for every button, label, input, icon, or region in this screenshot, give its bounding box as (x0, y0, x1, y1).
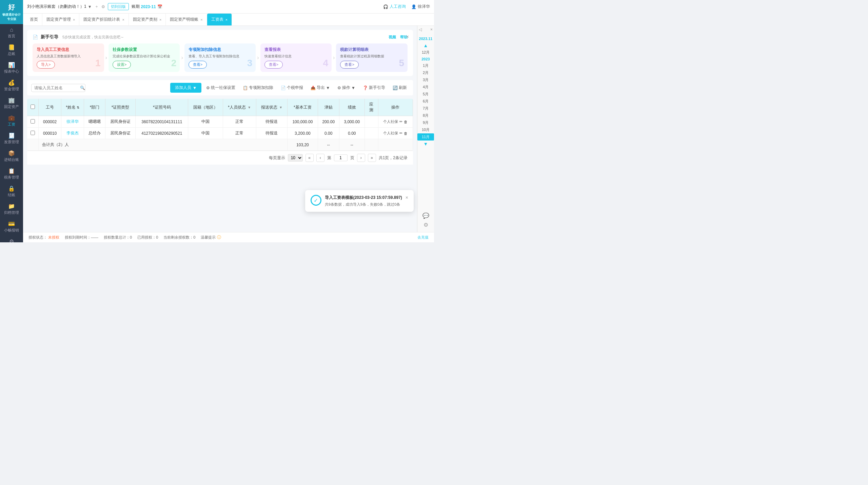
sidebar-item-invoices[interactable]: 🧾发票管理 (0, 130, 23, 147)
add-account-icon[interactable]: ＋ (95, 4, 99, 10)
op-social-insurance-2[interactable]: 个人社保 (383, 131, 398, 136)
account-name: 刘小艳演示账套（勿删勿动！）1 (27, 4, 86, 10)
op-delete-2[interactable]: 🗑 (404, 131, 408, 135)
sidebar-item-tax[interactable]: 📋税务管理 (0, 165, 23, 183)
page-number-input[interactable] (334, 154, 348, 161)
row-checkbox-2[interactable] (31, 131, 35, 135)
feedback-icon[interactable]: 💬 (422, 212, 429, 219)
op-edit-1[interactable]: ✏ (399, 119, 402, 124)
wizard-step-5-btn[interactable]: 查看> (340, 61, 358, 69)
sidebar-item-archive[interactable]: 📁归档管理 (0, 200, 23, 218)
op-edit-2[interactable]: ✏ (399, 131, 402, 135)
scroll-up-button[interactable]: ▲ (423, 42, 429, 49)
wizard-step-2-num: 2 (171, 58, 177, 69)
tab-fixed-assets[interactable]: 固定资产管理 × (42, 14, 79, 25)
month-item-1[interactable]: 1月 (417, 62, 434, 69)
wizard-step-3-btn[interactable]: 查看> (189, 61, 207, 69)
settings-icon[interactable]: ⚙ (101, 4, 105, 9)
sidebar-item-fixed-assets[interactable]: 🏢固定资产 (0, 94, 23, 112)
td-checkbox-1[interactable] (27, 116, 39, 128)
submit-filter-icon[interactable]: ▼ (279, 106, 282, 109)
month-item-7[interactable]: 7月 (417, 105, 434, 112)
close-tab-asset-detail[interactable]: × (200, 18, 202, 22)
wizard-step-4-btn[interactable]: 查看> (264, 61, 283, 69)
wizard-subtitle: 5步快速完成设置，快去完善信息吧～ (62, 35, 124, 40)
wizard-step-1-btn[interactable]: 导入> (37, 61, 55, 69)
account-selector[interactable]: 刘小艳演示账套（勿删勿动！）1 ▼ (27, 4, 92, 10)
remaining-auth-label: 当前剩余授权数：0 (163, 235, 195, 240)
social-insurance-button[interactable]: ⚙ 统一社保设置 (204, 83, 237, 92)
month-item-5[interactable]: 5月 (417, 91, 434, 98)
month-item-4[interactable]: 4月 (417, 83, 434, 91)
tab-asset-detail[interactable]: 固定资产明细账 × (166, 14, 207, 25)
last-page-button[interactable]: » (368, 154, 376, 162)
td-name-2[interactable]: 李俊杰 (61, 128, 84, 139)
op-social-insurance-1[interactable]: 个人社保 (383, 119, 398, 124)
wizard-video-link[interactable]: 视频 (389, 35, 396, 40)
sidebar-item-expense[interactable]: 💳小畅报销 (0, 218, 23, 236)
sidebar-item-ledger[interactable]: 📒总账 (0, 41, 23, 59)
export-button[interactable]: 📤 导出 ▼ (309, 83, 332, 92)
month-item-11[interactable]: 11月 (417, 133, 434, 141)
toast-close-button[interactable]: × (406, 195, 408, 200)
period-selector[interactable]: 账期 2023-11 📅 (132, 4, 162, 10)
th-name[interactable]: *姓名 ⇅ (61, 99, 84, 116)
op-delete-1[interactable]: 🗑 (404, 120, 408, 124)
next-page-button[interactable]: › (357, 154, 365, 162)
panel-expand-button[interactable]: ◁ (419, 27, 422, 32)
td-checkbox-2[interactable] (27, 128, 39, 139)
tab-payroll[interactable]: 工资表 × (207, 14, 232, 25)
td-name-1[interactable]: 徐泽华 (61, 116, 84, 128)
month-item-12[interactable]: 12月 (417, 49, 434, 56)
search-input[interactable] (31, 84, 85, 92)
switch-old-version-button[interactable]: 切到旧版 (108, 3, 129, 10)
add-employee-button[interactable]: 添加人员 ▼ (170, 83, 201, 93)
settings-panel-icon[interactable]: ⚙ (423, 222, 428, 228)
period-label: 账期 (132, 4, 140, 10)
ai-consult-button[interactable]: 🎧 人工咨询 (383, 4, 406, 10)
toolbar: 🔍 添加人员 ▼ ⚙ 统一社保设置 📋 专项附加扣除 📄 (27, 80, 413, 95)
td-id-type-1: 居民身份证 (105, 116, 136, 128)
year-item-2023[interactable]: 2023 (417, 56, 434, 62)
wizard-help-icon: ❓ (363, 86, 368, 90)
special-deduction-button[interactable]: 📋 专项附加扣除 (241, 83, 275, 92)
close-tab-depreciation[interactable]: × (122, 18, 124, 22)
wizard-step-2-btn[interactable]: 设置> (113, 61, 131, 69)
sidebar-item-payroll[interactable]: 💼工资 (0, 112, 23, 130)
recharge-link[interactable]: 去充值 (417, 235, 429, 240)
per-page-select[interactable]: 10 20 50 (288, 154, 303, 162)
toast-notification: ✓ 导入工资表模板(2023-03-23 15:07:59.897) 共9条数据… (305, 190, 414, 212)
tax-declaration-button[interactable]: 📄 个税申报 (279, 83, 305, 92)
sidebar-item-home[interactable]: ⌂首页 (0, 24, 23, 41)
total-auth-label: 授权数量总计：0 (104, 235, 132, 240)
wizard-help-button[interactable]: ❓ 新手引导 (361, 83, 387, 92)
status-filter-icon[interactable]: ▼ (248, 106, 251, 109)
sidebar-item-inventory[interactable]: 📦进销台账 (0, 147, 23, 165)
month-item-2[interactable]: 2月 (417, 69, 434, 76)
refresh-button[interactable]: 🔄 刷新 (391, 83, 409, 92)
close-tab-payroll[interactable]: × (225, 18, 228, 22)
user-menu[interactable]: 👤 徐泽华 (411, 4, 430, 10)
tab-home[interactable]: 首页 (26, 14, 42, 25)
month-item-10[interactable]: 10月 (417, 126, 434, 133)
close-tab-fixed-assets[interactable]: × (73, 18, 75, 22)
sidebar-item-funds[interactable]: 💰资金管理 (0, 77, 23, 94)
sidebar-item-settings[interactable]: ⚙设置 (0, 236, 23, 242)
operations-button[interactable]: ⚙ 操作 ▼ (335, 83, 357, 92)
scroll-down-button[interactable]: ▼ (423, 141, 429, 147)
prev-page-button[interactable]: ‹ (316, 154, 324, 162)
sidebar-item-closing[interactable]: 🔒结账 (0, 183, 23, 200)
row-checkbox-1[interactable] (31, 119, 35, 124)
wizard-close-button[interactable]: × (406, 34, 409, 39)
panel-close-button[interactable]: × (430, 27, 433, 32)
month-item-8[interactable]: 8月 (417, 112, 434, 119)
month-item-9[interactable]: 9月 (417, 119, 434, 126)
tab-asset-category[interactable]: 固定资产类别 × (129, 14, 166, 25)
sidebar-item-reports[interactable]: 📊报表中心 (0, 59, 23, 77)
month-item-6[interactable]: 6月 (417, 98, 434, 105)
month-item-3[interactable]: 3月 (417, 76, 434, 83)
select-all-checkbox[interactable] (31, 105, 35, 109)
first-page-button[interactable]: « (305, 154, 314, 162)
tab-depreciation[interactable]: 固定资产折旧统计表 × (79, 14, 129, 25)
close-tab-asset-category[interactable]: × (159, 18, 161, 22)
